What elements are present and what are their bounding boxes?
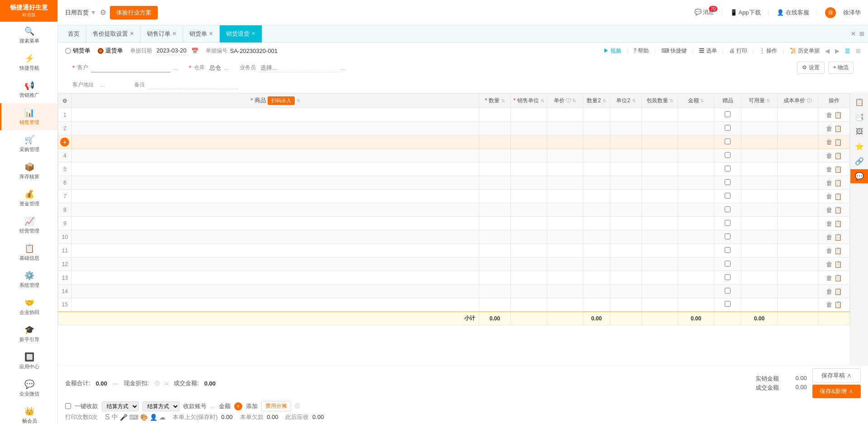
price-cell[interactable] [547,135,583,149]
sidebar-item-apps[interactable]: 🔲 应用中心 [0,348,57,375]
delete-icon[interactable]: 🗑 [826,111,832,119]
copy-icon[interactable]: 📋 [834,261,842,268]
price-cell[interactable] [547,122,583,135]
close-tab-icon[interactable]: ✕ [251,31,255,37]
cost-cell[interactable] [778,122,818,135]
settlement-select[interactable]: 结算方式 [102,401,139,411]
sidebar-item-member[interactable]: 👑 畅会员 [0,402,57,424]
radio-return[interactable]: 退货单 [98,47,123,55]
amount-cell[interactable] [678,135,714,149]
price-cell[interactable] [547,108,583,122]
panel-icon-1[interactable]: 📋 [850,95,868,109]
experience-button[interactable]: 体验行业方案 [110,6,158,19]
qty-cell[interactable] [479,135,511,149]
sidebar-item-basic[interactable]: 📋 基础信息 [0,239,57,266]
logistics-button[interactable]: + 物流 [828,62,854,74]
gift-checkbox[interactable] [725,138,731,144]
discount-info-icon[interactable]: ⓘ [155,380,160,387]
delete-icon[interactable]: 🗑 [826,179,832,186]
goods-cell-input[interactable] [72,135,479,149]
account-select[interactable]: 结算方式 [142,401,179,411]
gift-checkbox[interactable] [725,261,731,267]
list-view-icon[interactable]: ☰ [845,48,850,54]
pkgqty-cell[interactable] [642,122,678,135]
cost-cell[interactable] [778,135,818,149]
operate-action[interactable]: ⋮ 操作 [760,47,777,55]
sort-icon[interactable]: ⇅ [541,98,544,103]
qty-cell[interactable] [479,122,511,135]
unit2-cell[interactable] [610,135,642,149]
col-settings[interactable]: ⚙ [58,94,72,108]
expand-tab-button[interactable]: ⊞ [859,30,864,37]
fee-info-icon[interactable]: ⓘ [295,403,300,410]
goods-cell[interactable] [72,108,479,122]
tab-sales-order[interactable]: 销售订单 ✕ [141,25,183,43]
copy-icon[interactable]: 📋 [834,193,842,200]
setting-button[interactable]: ⚙ 设置 [797,62,824,74]
delete-icon[interactable]: 🗑 [826,193,832,200]
calendar-icon[interactable]: 📅 [191,48,198,54]
panel-icon-4[interactable]: ⭐ [850,139,868,153]
copy-icon[interactable]: 📋 [834,152,842,159]
delete-icon[interactable]: 🗑 [826,166,832,173]
qty-cell[interactable] [479,108,511,122]
tab-sales[interactable]: 销货单 ✕ [183,25,220,43]
copy-icon[interactable]: 📋 [834,206,842,214]
sort-icon[interactable]: ⇅ [632,98,636,103]
sidebar-item-finance[interactable]: 💰 资金管理 [0,185,57,212]
gift-checkbox[interactable] [725,274,731,280]
copy-icon[interactable]: 📋 [834,166,842,173]
sort-icon[interactable]: ⇅ [297,98,300,103]
delete-icon[interactable]: 🗑 [826,138,832,146]
radio-return-input[interactable] [98,48,104,54]
grid-view-icon[interactable]: ⊞ [856,48,861,54]
scan-input-button[interactable]: 扫码录入 [268,96,295,105]
help-action[interactable]: ? 帮助 [633,47,649,55]
delete-icon[interactable]: 🗑 [826,301,832,308]
cost-info-icon[interactable]: ⓘ [807,98,812,103]
sidebar-item-wechat[interactable]: 💬 企业微信 [0,375,57,402]
add-row-button[interactable]: + [60,138,69,147]
unit-cell[interactable] [511,122,547,135]
gift-checkbox[interactable] [725,152,731,158]
qty2-cell[interactable] [583,135,610,149]
qty2-cell[interactable] [583,108,610,122]
gift-checkbox[interactable] [725,301,731,307]
copy-icon[interactable]: 📋 [834,220,842,227]
panel-icon-5[interactable]: 🔗 [850,154,868,168]
customer-input[interactable] [91,63,170,72]
close-tab-icon[interactable]: ✕ [130,31,134,37]
gift-checkbox[interactable] [725,111,731,117]
unit2-cell[interactable] [610,108,642,122]
amount-cell[interactable] [678,108,714,122]
panel-icon-6[interactable]: 💬 [850,169,868,183]
unit2-cell[interactable] [610,122,642,135]
account-dots[interactable]: ... [210,403,215,410]
copy-icon[interactable]: 📋 [834,125,842,132]
avail-cell[interactable] [741,122,778,135]
sort-icon[interactable]: ⇅ [501,98,505,103]
copy-icon[interactable]: 📋 [834,274,842,281]
gift-checkbox[interactable] [725,166,731,172]
price-info-icon[interactable]: ⓘ [566,98,571,103]
close-tab-icon[interactable]: ✕ [209,31,213,37]
panel-icon-2[interactable]: 📑 [850,110,868,124]
gift-checkbox[interactable] [725,247,731,253]
tab-price-settings[interactable]: 售价提取设置 ✕ [86,25,141,43]
gift-checkbox[interactable] [725,220,731,226]
unit-cell[interactable] [511,108,547,122]
app-download-link[interactable]: 📱 App下载 [730,9,761,17]
close-tab-icon[interactable]: ✕ [172,31,176,37]
cost-cell[interactable] [778,108,818,122]
delete-icon[interactable]: 🗑 [826,220,832,227]
fee-split-button[interactable]: 费用分摊 [261,401,291,411]
delete-icon[interactable]: 🗑 [826,261,832,268]
delete-icon[interactable]: 🗑 [826,125,832,132]
sidebar-item-enterprise[interactable]: 🤝 企业协同 [0,293,57,320]
delete-icon[interactable]: 🗑 [826,288,832,295]
add-fee-button[interactable]: + [234,402,242,410]
next-icon[interactable]: ▶ [835,48,840,54]
sidebar-item-shortcut[interactable]: ⚡ 快捷导航 [0,49,57,76]
amount-cell[interactable] [678,122,714,135]
tab-sales-return[interactable]: 销货退货 ✕ [220,25,262,43]
